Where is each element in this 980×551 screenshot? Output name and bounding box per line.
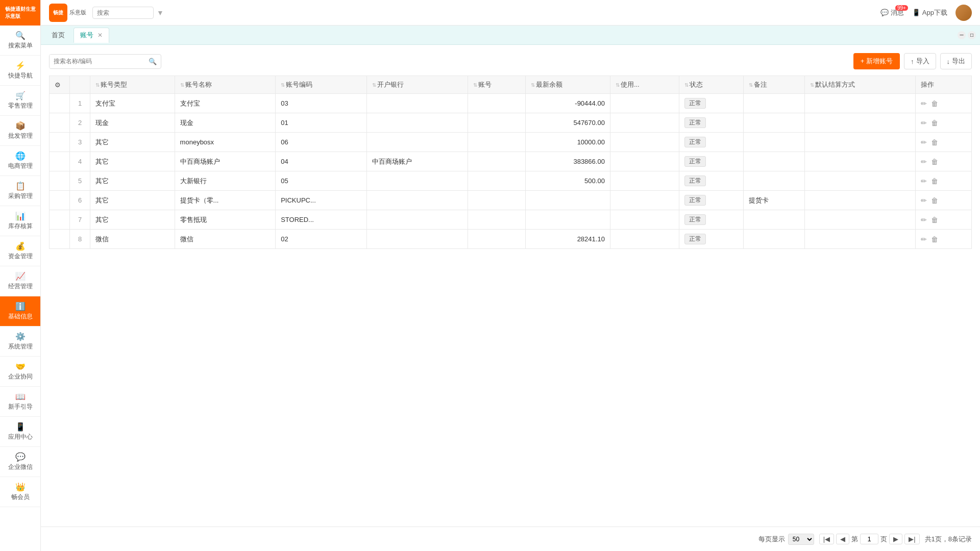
delete-icon[interactable]: 🗑 bbox=[931, 119, 938, 127]
sidebar-item-quick-nav[interactable]: ⚡ 快捷导航 bbox=[0, 56, 40, 86]
edit-icon[interactable]: ✏ bbox=[921, 119, 927, 127]
sidebar-item-label: 电商管理 bbox=[8, 162, 33, 170]
tab-home-label: 首页 bbox=[52, 31, 65, 40]
th-account-no[interactable]: ⇅账号 bbox=[468, 76, 526, 94]
cell-usage bbox=[610, 171, 679, 191]
th-remark[interactable]: ⇅备注 bbox=[743, 76, 804, 94]
th-account-code[interactable]: ⇅账号编码 bbox=[276, 76, 367, 94]
delete-icon[interactable]: 🗑 bbox=[931, 158, 938, 166]
sidebar-item-purchase-mgmt[interactable]: 📋 采购管理 bbox=[0, 176, 40, 206]
cell-latest-balance: 28241.10 bbox=[526, 230, 610, 249]
sidebar: 畅捷通财生意 乐意版 🔍 搜索菜单 ⚡ 快捷导航 🛒 零售管理 📦 批发管理 🌐… bbox=[0, 0, 41, 551]
tab-home[interactable]: 首页 bbox=[45, 28, 71, 43]
cell-gear bbox=[50, 171, 70, 191]
cell-latest-balance bbox=[526, 210, 610, 230]
cell-account-no bbox=[468, 171, 526, 191]
edit-icon[interactable]: ✏ bbox=[921, 177, 927, 185]
edit-icon[interactable]: ✏ bbox=[921, 216, 927, 224]
sidebar-item-wholesale-mgmt[interactable]: 📦 批发管理 bbox=[0, 116, 40, 146]
per-page-select[interactable]: 50 100 200 bbox=[788, 534, 814, 545]
th-bank[interactable]: ⇅开户银行 bbox=[366, 76, 468, 94]
tabbar-controls: ─ □ bbox=[958, 31, 976, 39]
sidebar-item-basic-info[interactable]: ℹ️ 基础信息 bbox=[0, 296, 40, 327]
first-page-button[interactable]: |◀ bbox=[819, 534, 834, 544]
sidebar-item-ecommerce-mgmt[interactable]: 🌐 电商管理 bbox=[0, 146, 40, 176]
edit-icon[interactable]: ✏ bbox=[921, 235, 927, 243]
sidebar-item-label: 零售管理 bbox=[8, 102, 33, 110]
user-avatar[interactable] bbox=[955, 5, 972, 21]
delete-icon[interactable]: 🗑 bbox=[931, 99, 938, 108]
delete-icon[interactable]: 🗑 bbox=[931, 235, 938, 243]
th-usage[interactable]: ⇅使用... bbox=[610, 76, 679, 94]
sidebar-item-label: 应用中心 bbox=[8, 433, 33, 441]
sidebar-item-system-mgmt[interactable]: ⚙️ 系统管理 bbox=[0, 327, 40, 357]
topbar-dropdown-icon[interactable]: ▼ bbox=[157, 9, 164, 17]
sidebar-item-app-center[interactable]: 📱 应用中心 bbox=[0, 417, 40, 447]
edit-icon[interactable]: ✏ bbox=[921, 158, 927, 166]
th-status[interactable]: ⇅状态 bbox=[679, 76, 744, 94]
cell-num: 2 bbox=[70, 113, 90, 133]
tab-account[interactable]: 账号 ✕ bbox=[74, 28, 109, 43]
sidebar-item-vip-member[interactable]: 👑 畅会员 bbox=[0, 477, 40, 507]
edit-icon[interactable]: ✏ bbox=[921, 138, 927, 146]
minimize-button[interactable]: ─ bbox=[958, 31, 966, 39]
table-row: 6 其它 提货卡（零... PICKUPC... 正常 提货卡 ✏ 🗑 bbox=[50, 191, 972, 210]
sidebar-item-finance-mgmt[interactable]: 💰 资金管理 bbox=[0, 236, 40, 266]
import-button[interactable]: ↑ 导入 bbox=[904, 53, 936, 69]
sidebar-item-new-guide[interactable]: 📖 新手引导 bbox=[0, 387, 40, 417]
cell-account-name: 微信 bbox=[175, 230, 276, 249]
topbar-search-input[interactable] bbox=[92, 7, 154, 19]
cell-operation: ✏ 🗑 bbox=[916, 113, 972, 133]
th-default-settlement[interactable]: ⇅默认结算方式 bbox=[804, 76, 916, 94]
message-button[interactable]: 💬 消息 99+ bbox=[880, 8, 904, 17]
th-account-name[interactable]: ⇅账号名称 bbox=[175, 76, 276, 94]
maximize-button[interactable]: □ bbox=[968, 31, 976, 39]
th-gear[interactable]: ⚙ bbox=[50, 76, 70, 94]
export-button[interactable]: ↓ 导出 bbox=[940, 53, 972, 69]
edit-icon[interactable]: ✏ bbox=[921, 196, 927, 205]
sidebar-item-enterprise-wechat[interactable]: 💬 企业微信 bbox=[0, 447, 40, 477]
sidebar-item-operations-mgmt[interactable]: 📈 经营管理 bbox=[0, 266, 40, 296]
total-info: 共1页，8条记录 bbox=[925, 535, 972, 544]
next-page-button[interactable]: ▶ bbox=[889, 534, 902, 544]
th-latest-balance[interactable]: ⇅最新余额 bbox=[526, 76, 610, 94]
table-row: 3 其它 moneybosx 06 10000.00 正常 ✏ 🗑 bbox=[50, 133, 972, 152]
cell-account-type: 其它 bbox=[90, 210, 175, 230]
cell-default-settlement bbox=[804, 230, 916, 249]
cell-default-settlement bbox=[804, 210, 916, 230]
purchase-icon: 📋 bbox=[15, 181, 26, 191]
prev-page-button[interactable]: ◀ bbox=[836, 534, 849, 544]
delete-icon[interactable]: 🗑 bbox=[931, 216, 938, 224]
sidebar-item-label: 畅会员 bbox=[11, 493, 30, 502]
cell-bank bbox=[366, 94, 468, 113]
tabbar: 首页 账号 ✕ ─ □ bbox=[41, 26, 980, 45]
sidebar-item-label: 库存核算 bbox=[8, 222, 33, 231]
add-account-button[interactable]: + 新增账号 bbox=[853, 53, 900, 69]
cell-operation: ✏ 🗑 bbox=[916, 230, 972, 249]
sidebar-item-label: 基础信息 bbox=[8, 312, 33, 321]
delete-icon[interactable]: 🗑 bbox=[931, 177, 938, 185]
delete-icon[interactable]: 🗑 bbox=[931, 196, 938, 205]
page-input[interactable] bbox=[860, 534, 878, 544]
main-area: 畅捷 乐意版 ▼ 💬 消息 99+ 📱 App下载 bbox=[41, 0, 980, 551]
app-download-button[interactable]: 📱 App下载 bbox=[912, 8, 947, 17]
last-page-button[interactable]: ▶| bbox=[904, 534, 919, 544]
content-search-icon[interactable]: 🔍 bbox=[144, 55, 161, 68]
tab-account-close[interactable]: ✕ bbox=[97, 32, 103, 39]
sidebar-item-inventory[interactable]: 📊 库存核算 bbox=[0, 206, 40, 236]
edit-icon[interactable]: ✏ bbox=[921, 99, 927, 108]
sidebar-item-retail-mgmt[interactable]: 🛒 零售管理 bbox=[0, 86, 40, 116]
th-account-type[interactable]: ⇅账号类型 bbox=[90, 76, 175, 94]
cell-account-code: 05 bbox=[276, 171, 367, 191]
delete-icon[interactable]: 🗑 bbox=[931, 138, 938, 146]
cell-bank bbox=[366, 113, 468, 133]
sidebar-item-enterprise-agreement[interactable]: 🤝 企业协同 bbox=[0, 357, 40, 387]
operations-icon: 📈 bbox=[15, 271, 26, 281]
sidebar-item-search-menu[interactable]: 🔍 搜索菜单 bbox=[0, 26, 40, 56]
content-search-input[interactable] bbox=[50, 55, 144, 68]
cell-gear bbox=[50, 133, 70, 152]
cell-num: 1 bbox=[70, 94, 90, 113]
cell-account-code: 04 bbox=[276, 152, 367, 171]
sidebar-item-label: 经营管理 bbox=[8, 282, 33, 291]
cell-remark bbox=[743, 94, 804, 113]
